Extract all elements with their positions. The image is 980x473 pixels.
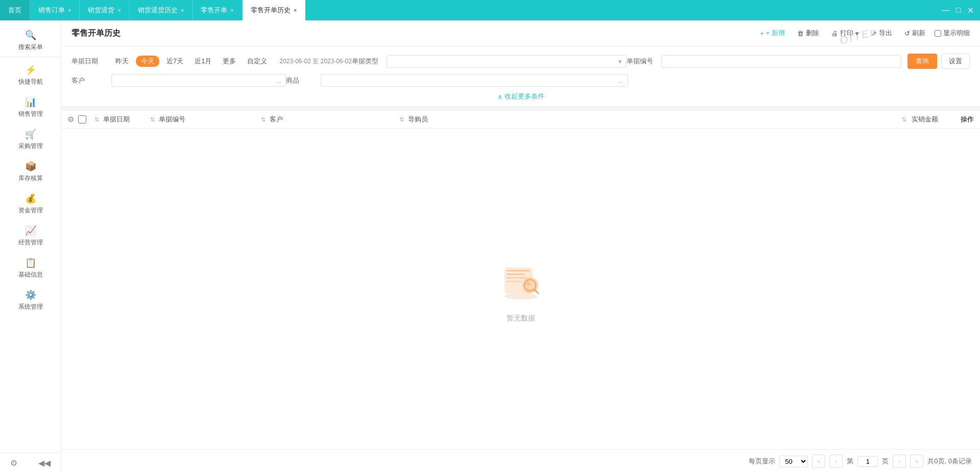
sidebar-item-system[interactable]: ⚙️ 系统管理: [0, 284, 61, 316]
number-filter-input-wrap: [661, 55, 901, 68]
tab-sales-return[interactable]: 销货退货 ×: [80, 0, 129, 20]
customer-filter-input[interactable]: [116, 77, 274, 84]
delete-button[interactable]: 🗑 删除: [794, 27, 822, 40]
display-detail-checkbox[interactable]: [935, 30, 941, 37]
sidebar-collapse-button[interactable]: ◀◀: [38, 458, 51, 468]
col-amount-sort-icon: ⇅: [902, 116, 906, 123]
date-opt-today[interactable]: 今天: [136, 56, 159, 67]
sidebar-item-purchase-label: 采购管理: [18, 142, 43, 151]
tab-sales-return-label: 销货退货: [88, 6, 114, 15]
sidebar-item-inventory-label: 库存核算: [18, 174, 43, 183]
minimize-button[interactable]: —: [942, 6, 950, 15]
basic-info-icon: 📋: [25, 257, 36, 268]
next-page-button[interactable]: ›: [893, 455, 906, 468]
customer-filter-input-wrap: ...: [111, 74, 286, 87]
sidebar-item-purchase[interactable]: 🛒 采购管理: [0, 123, 61, 156]
filter-area: 单据日期 昨天 今天 近7天 近1月 更多 自定义 2023-06-02 至 2…: [61, 46, 980, 107]
goods-filter-input[interactable]: [325, 77, 616, 84]
print-arrow-icon: ▾: [855, 30, 859, 37]
tab-sales-return-history-close[interactable]: ×: [181, 7, 184, 13]
sidebar-item-basic-info-label: 基础信息: [18, 270, 43, 279]
tab-home[interactable]: 首页: [0, 0, 30, 20]
operations-icon: 📈: [25, 225, 36, 236]
tab-sales-order-close[interactable]: ×: [68, 7, 71, 13]
sidebar-item-basic-info[interactable]: 📋 基础信息: [0, 252, 61, 284]
print-label: 打印: [840, 29, 853, 38]
type-filter-select[interactable]: ▾: [387, 55, 627, 68]
sidebar-item-sales[interactable]: 📊 销售管理: [0, 91, 61, 123]
close-button[interactable]: ✕: [967, 6, 974, 15]
settings-button[interactable]: 设置: [941, 54, 970, 69]
purchase-icon: 🛒: [25, 129, 36, 140]
prev-page-button[interactable]: ‹: [829, 455, 843, 468]
add-button[interactable]: + + 新增: [757, 27, 788, 40]
export-label: 导出: [879, 29, 892, 38]
sidebar-item-quick-nav[interactable]: ⚡ 快捷导航: [0, 59, 61, 91]
maximize-button[interactable]: □: [956, 6, 961, 15]
col-guide-sort-icon: ⇅: [399, 116, 404, 123]
tab-retail-order-close[interactable]: ×: [230, 7, 233, 13]
pagination: 每页显示 50 10 20 100 « ‹ 第 页 › » 共0页, 0条记录: [61, 449, 980, 473]
tab-retail-order-history[interactable]: 零售开单历史 ×: [243, 0, 305, 20]
page-total-label: 共0页, 0条记录: [927, 457, 972, 466]
main-layout: 🔍 搜索采单 ⚡ 快捷导航 📊 销售管理 🛒 采购管理 📦 库存核算 💰 资金管…: [0, 20, 980, 473]
date-opt-custom[interactable]: 自定义: [243, 56, 271, 67]
sidebar-item-finance[interactable]: 💰 资金管理: [0, 188, 61, 220]
refresh-icon: ↺: [904, 30, 910, 37]
sidebar-item-finance-label: 资金管理: [18, 206, 43, 215]
tab-retail-order[interactable]: 零售开单 ×: [193, 0, 242, 20]
svg-point-9: [527, 282, 530, 285]
collapse-filter-button[interactable]: ∧ 收起更多条件: [71, 92, 970, 101]
date-opt-1month[interactable]: 近1月: [190, 56, 216, 67]
export-icon: ↗: [871, 30, 877, 37]
tab-sales-order[interactable]: 销售订单 ×: [30, 0, 80, 20]
refresh-label: 刷新: [912, 29, 925, 38]
sidebar-item-inventory[interactable]: 📦 库存核算: [0, 156, 61, 188]
per-page-label: 每页显示: [749, 457, 775, 466]
display-detail-checkbox-label[interactable]: 显示明细: [935, 29, 970, 38]
tab-retail-order-history-label: 零售开单历史: [251, 6, 291, 15]
first-page-button[interactable]: «: [812, 455, 825, 468]
search-icon: 🔍: [25, 30, 36, 41]
add-label: + 新增: [766, 29, 785, 38]
date-options: 昨天 今天 近7天 近1月 更多 自定义: [111, 56, 271, 67]
svg-rect-2: [507, 270, 530, 271]
query-button[interactable]: 查询: [907, 54, 937, 69]
select-all-checkbox[interactable]: [78, 115, 86, 123]
print-button[interactable]: 🖨 打印 ▾: [828, 27, 862, 40]
date-opt-yesterday[interactable]: 昨天: [111, 56, 133, 67]
goods-filter-input-wrap: ...: [321, 74, 628, 87]
goods-lookup-icon[interactable]: ...: [618, 77, 624, 84]
col-date-sort-icon: ⇅: [94, 116, 99, 123]
sidebar-bottom: ⚙ ◀◀: [0, 453, 61, 473]
sidebar-settings-button[interactable]: ⚙: [10, 458, 17, 468]
goods-filter-label: 商品: [286, 76, 317, 85]
last-page-button[interactable]: »: [910, 455, 923, 468]
sidebar-item-operations[interactable]: 📈 经营管理: [0, 220, 61, 252]
sidebar-search[interactable]: 🔍 搜索采单: [0, 24, 61, 57]
page-header: 零售开单历史 + + 新增 🗑 删除 🖨 打印 ▾ ↗ 导出: [61, 20, 980, 46]
sidebar-item-operations-label: 经营管理: [18, 238, 43, 247]
date-opt-7days[interactable]: 近7天: [162, 56, 187, 67]
page-number-input[interactable]: [857, 456, 878, 467]
customer-filter-label: 客户: [71, 76, 107, 85]
page-actions: + + 新增 🗑 删除 🖨 打印 ▾ ↗ 导出 ↺: [757, 27, 970, 40]
per-page-select[interactable]: 50 10 20 100: [779, 456, 808, 467]
table-settings-icon[interactable]: ⚙: [67, 115, 74, 124]
col-customer-sort-icon: ⇅: [261, 116, 266, 123]
svg-rect-4: [507, 277, 527, 279]
export-button[interactable]: ↗ 导出: [868, 27, 895, 40]
tab-retail-order-history-close[interactable]: ×: [294, 7, 297, 13]
col-amount-label: 实销金额: [912, 115, 938, 124]
tab-home-label: 首页: [8, 6, 21, 15]
page-label-first: 第: [847, 457, 853, 466]
table-area: ⚙ ⇅ 单据日期 ⇅ 单据编号 ⇅ 客户 ⇅ 导购员 ⇅ 实销金额 操作: [61, 111, 980, 449]
tab-sales-return-history[interactable]: 销货退货历史 ×: [130, 0, 193, 20]
collapse-arrow-icon: ∧: [497, 93, 503, 101]
refresh-button[interactable]: ↺ 刷新: [901, 27, 928, 40]
tab-sales-return-close[interactable]: ×: [117, 7, 121, 13]
number-filter-input[interactable]: [666, 58, 897, 65]
customer-lookup-icon[interactable]: ...: [276, 77, 281, 84]
svg-rect-3: [507, 273, 524, 275]
date-opt-more[interactable]: 更多: [219, 56, 240, 67]
